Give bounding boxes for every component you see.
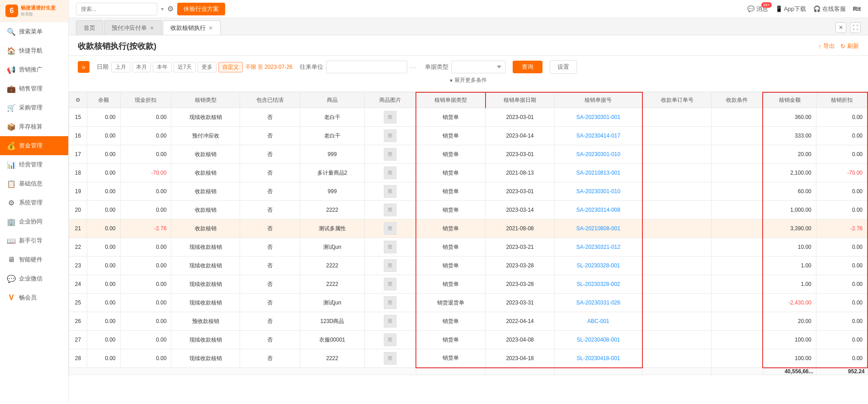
goods-cell: 2222 <box>300 257 364 275</box>
tab-prepay[interactable]: 预付冲应付单 ✕ <box>104 20 162 35</box>
sidebar-item-member[interactable]: V 畅会员 <box>0 288 68 307</box>
logo-icon: 6 <box>5 5 18 17</box>
row-id-cell: 22 <box>69 238 87 257</box>
verify-bill-no-cell[interactable]: ABC-001 <box>555 312 642 331</box>
sidebar-item-shortcut[interactable]: 🏠 快捷导航 <box>0 41 68 60</box>
verify-bill-no-cell[interactable]: SA-20230301-010 <box>555 182 642 201</box>
bill-no-link[interactable]: SA-20230321-012 <box>576 244 620 250</box>
verify-bill-no-cell[interactable]: SA-20230301-010 <box>555 145 642 164</box>
date-last-month-button[interactable]: 上月 <box>111 62 130 72</box>
bill-no-link[interactable]: SL-20230328-002 <box>576 281 620 287</box>
sidebar-item-marketing[interactable]: 📢 营销推广 <box>0 60 68 79</box>
receipt-condition-cell <box>712 219 763 238</box>
table-row: 170.000.00收款核销否999图销货单2023-03-01SA-20230… <box>69 145 868 164</box>
verify-bill-no-cell[interactable]: SA-20230314-008 <box>555 201 642 219</box>
verify-bill-date-cell: 2023-03-01 <box>486 108 555 127</box>
receipt-condition-cell <box>712 127 763 145</box>
goods-cell: 老白干 <box>300 127 364 145</box>
bill-no-link[interactable]: SA-20230301-010 <box>576 151 620 157</box>
sidebar-item-hardware[interactable]: 🖥 智能硬件 <box>0 250 68 269</box>
include-settled-cell: 否 <box>240 257 300 275</box>
include-settled-cell: 否 <box>240 182 300 201</box>
verify-bill-no-cell[interactable]: SL-20230418-001 <box>555 349 642 368</box>
gear-icon[interactable]: ⚙ <box>167 5 174 13</box>
sidebar-item-system[interactable]: ⚙ 系统管理 <box>0 193 68 212</box>
verify-bill-date-cell: 2023-03-28 <box>486 275 555 294</box>
sidebar-item-guide[interactable]: 📖 新手引导 <box>0 231 68 250</box>
include-settled-cell: 否 <box>240 201 300 219</box>
verify-bill-no-cell[interactable]: SA-20230301-001 <box>555 108 642 127</box>
verify-bill-no-cell[interactable]: SA-20230331-026 <box>555 294 642 312</box>
bill-no-link[interactable]: ABC-001 <box>587 318 609 324</box>
sidebar-item-sales[interactable]: 💼 销售管理 <box>0 79 68 98</box>
sidebar-item-operations[interactable]: 📊 经营管理 <box>0 155 68 174</box>
industry-solution-button[interactable]: 休验行业方案 <box>177 3 225 15</box>
date-custom-button[interactable]: 自定义 <box>218 62 243 72</box>
tab-close-prepay[interactable]: ✕ <box>150 25 154 31</box>
bill-no-link[interactable]: SA-20230314-008 <box>576 207 620 213</box>
expand-conditions-button[interactable]: ▾ 展开更多条件 <box>78 74 859 87</box>
verify-bill-type-cell: 销货单 <box>416 238 486 257</box>
user-profile[interactable]: Rit <box>853 5 861 12</box>
sidebar-item-basic[interactable]: 📋 基础信息 <box>0 174 68 193</box>
query-button[interactable]: 查询 <box>513 61 542 73</box>
verify-bill-no-cell[interactable]: SL-20230328-002 <box>555 275 642 294</box>
tab-close-all-button[interactable]: ✕ <box>835 22 846 33</box>
refresh-button[interactable]: ↻ 刷新 <box>840 42 859 50</box>
date-this-year-button[interactable]: 本年 <box>153 62 172 72</box>
receipt-order-no-cell <box>642 275 712 294</box>
col-gear[interactable]: ⚙ <box>69 92 87 108</box>
bill-no-link[interactable]: SL-20230328-001 <box>576 262 620 269</box>
home-icon: 🏠 <box>7 47 15 55</box>
verify-bill-type-cell: 销货单 <box>416 331 486 349</box>
verify-bill-no-cell[interactable]: SA-20230414-017 <box>555 127 642 145</box>
goods-image-cell: 图 <box>365 182 416 201</box>
verify-bill-no-cell[interactable]: SL-20230408-001 <box>555 331 642 349</box>
tab-maximize-button[interactable]: ⛶ <box>850 22 861 33</box>
verify-bill-no-cell[interactable]: SL-20230328-001 <box>555 257 642 275</box>
tab-close-receivable[interactable]: ✕ <box>208 25 213 31</box>
filter-row: » 日期 上月 本月 本年 近7天 更多 自定义 不限 至 2023-07-26 <box>78 60 859 74</box>
tab-label: 收款核销执行 <box>170 24 206 32</box>
counterpart-input[interactable] <box>326 61 407 73</box>
cash-discount-cell: 0.00 <box>120 312 171 331</box>
app-download-link[interactable]: 📱 App下载 <box>775 5 806 13</box>
bill-no-link[interactable]: SA-20230331-026 <box>576 299 620 306</box>
tab-receivable[interactable]: 收款核销执行 ✕ <box>163 20 221 35</box>
export-button[interactable]: ↑ 导出 <box>819 42 835 50</box>
sidebar-item-search[interactable]: 🔍 搜索菜单 <box>0 22 68 41</box>
sidebar-item-wechat[interactable]: 💬 企业微信 <box>0 269 68 288</box>
receipt-condition-cell <box>712 349 763 368</box>
sidebar-item-capital[interactable]: 💰 资金管理 <box>0 136 68 155</box>
bill-no-link[interactable]: SL-20230418-001 <box>576 355 620 361</box>
sidebar-item-inventory[interactable]: 📦 库存核算 <box>0 117 68 136</box>
date-this-month-button[interactable]: 本月 <box>132 62 151 72</box>
notification-bell[interactable]: 💬 消息 99+ <box>747 5 768 13</box>
include-settled-cell: 否 <box>240 331 300 349</box>
topbar: ▾ ⚙ 休验行业方案 💬 消息 99+ 📱 App下载 🎧 在线客服 Rit <box>69 0 868 18</box>
sidebar-item-purchase[interactable]: 🛒 采购管理 <box>0 98 68 117</box>
filter-expand-button[interactable]: » <box>78 61 90 73</box>
tab-label: 预付冲应付单 <box>112 24 147 32</box>
verify-bill-no-cell[interactable]: SA-20210813-001 <box>555 164 642 182</box>
balance-cell: 0.00 <box>87 201 121 219</box>
receipt-condition-cell <box>712 257 763 275</box>
bill-no-link[interactable]: SA-20210808-001 <box>576 225 620 232</box>
date-last-7days-button[interactable]: 近7天 <box>174 62 196 72</box>
bill-type-select[interactable] <box>451 61 505 73</box>
receipt-condition-cell <box>712 145 763 164</box>
tab-home[interactable]: 首页 <box>76 20 103 35</box>
date-more-button[interactable]: 更多 <box>198 62 217 72</box>
verify-bill-no-cell[interactable]: SA-20210808-001 <box>555 219 642 238</box>
page-title: 收款核销执行(按收款) <box>78 41 156 52</box>
bill-no-link[interactable]: SA-20230301-010 <box>576 188 620 195</box>
verify-bill-no-cell[interactable]: SA-20230321-012 <box>555 238 642 257</box>
sidebar-item-enterprise[interactable]: 🏢 企业协同 <box>0 212 68 231</box>
bill-no-link[interactable]: SL-20230408-001 <box>576 337 620 343</box>
online-service-link[interactable]: 🎧 在线客服 <box>813 5 846 13</box>
setting-button[interactable]: 设置 <box>550 60 577 74</box>
bill-no-link[interactable]: SA-20230301-001 <box>576 114 620 120</box>
bill-no-link[interactable]: SA-20230414-017 <box>576 133 620 139</box>
search-input[interactable] <box>76 3 157 15</box>
bill-no-link[interactable]: SA-20210813-001 <box>576 170 620 176</box>
